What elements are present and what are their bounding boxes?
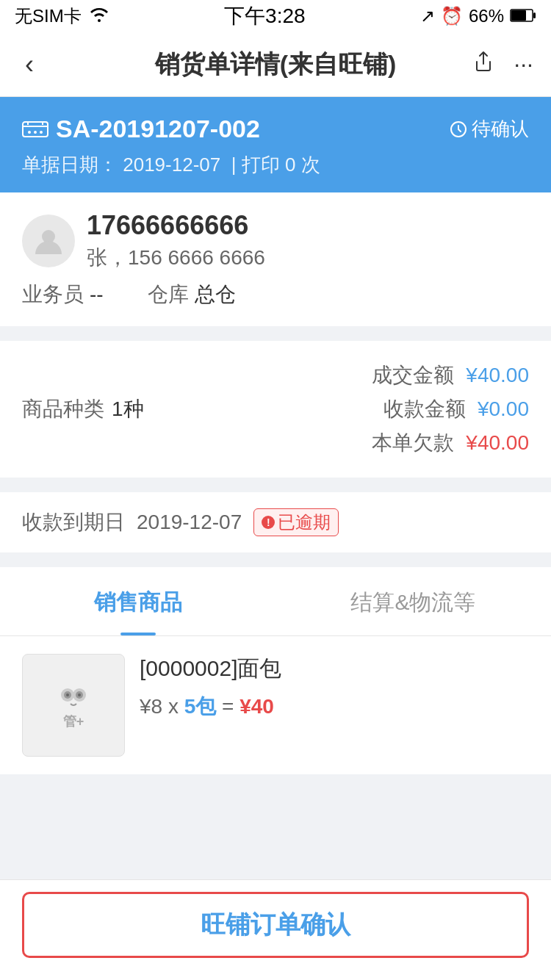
quantity: 5包 bbox=[184, 695, 217, 718]
due-date-label: 收款到期日 bbox=[22, 508, 125, 536]
tab-sales-product[interactable]: 销售商品 bbox=[0, 567, 276, 635]
customer-name: 张，156 6666 6666 bbox=[87, 244, 529, 272]
order-status-text: 待确认 bbox=[472, 116, 529, 142]
status-bar-right: ↗ ⏰ 66% bbox=[420, 6, 536, 26]
total-price: ¥40 bbox=[240, 695, 274, 718]
battery-text: 66% bbox=[469, 6, 504, 26]
order-status: 待确认 bbox=[450, 116, 529, 142]
price-unit: ¥8 x bbox=[140, 695, 184, 718]
summary-row: 商品种类 1种 成交金额 ¥40.00 收款金额 ¥0.00 本单欠款 ¥40.… bbox=[22, 361, 529, 457]
debt-label: 本单欠款 bbox=[372, 429, 454, 457]
order-number-text: SA-20191207-002 bbox=[56, 115, 260, 143]
summary-section: 商品种类 1种 成交金额 ¥40.00 收款金额 ¥0.00 本单欠款 ¥40.… bbox=[0, 341, 551, 478]
location-icon: ↗ bbox=[420, 6, 435, 26]
wifi-icon bbox=[89, 6, 109, 26]
header-card: SA-20191207-002 待确认 单据日期： 2019-12-07 | 打… bbox=[0, 97, 551, 192]
status-bar-time: 下午3:28 bbox=[224, 2, 306, 30]
collection-value: ¥0.00 bbox=[478, 397, 529, 421]
bottom-bar: 旺铺订单确认 bbox=[0, 879, 551, 980]
status-bar: 无SIM卡 下午3:28 ↗ ⏰ 66% bbox=[0, 0, 551, 32]
back-button[interactable]: ‹ bbox=[18, 42, 41, 87]
due-date-value: 2019-12-07 bbox=[137, 511, 242, 534]
page-title: 销货单详情(来自旺铺) bbox=[155, 48, 397, 82]
customer-row: 17666666666 张，156 6666 6666 bbox=[22, 210, 529, 272]
order-number: SA-20191207-002 bbox=[22, 115, 260, 143]
tabs-section: 销售商品 结算&物流等 管+ bbox=[0, 567, 551, 774]
customer-section: 17666666666 张，156 6666 6666 业务员 -- 仓库 总仓 bbox=[0, 192, 551, 326]
nav-bar: ‹ 销货单详情(来自旺铺) ··· bbox=[0, 32, 551, 97]
svg-point-13 bbox=[66, 693, 69, 696]
collection-amount: 收款金额 ¥0.00 bbox=[383, 395, 529, 423]
due-date-section: 收款到期日 2019-12-07 ! 已逾期 bbox=[0, 492, 551, 552]
svg-point-5 bbox=[34, 131, 37, 134]
tabs-row: 销售商品 结算&物流等 bbox=[0, 567, 551, 636]
collection-label: 收款金额 bbox=[383, 395, 466, 423]
no-sim-text: 无SIM卡 bbox=[15, 4, 82, 28]
svg-rect-3 bbox=[23, 122, 48, 137]
category-label: 商品种类 bbox=[22, 395, 104, 423]
more-options-icon[interactable]: ··· bbox=[514, 51, 533, 78]
header-date-info: 单据日期： 2019-12-07 | 打印 0 次 bbox=[22, 152, 529, 178]
category-info: 商品种类 1种 bbox=[22, 395, 144, 423]
overdue-text: 已逾期 bbox=[278, 511, 331, 534]
amount-label: 成交金额 bbox=[372, 361, 454, 389]
amount-value: ¥40.00 bbox=[466, 364, 529, 387]
customer-info: 17666666666 张，156 6666 6666 bbox=[87, 210, 529, 272]
product-thumbnail: 管+ bbox=[22, 654, 125, 757]
confirm-order-button[interactable]: 旺铺订单确认 bbox=[22, 892, 529, 958]
tab-underline bbox=[120, 633, 156, 635]
status-bar-left: 无SIM卡 bbox=[15, 4, 109, 28]
date-value: 2019-12-07 bbox=[123, 154, 220, 176]
svg-point-4 bbox=[28, 131, 31, 134]
battery-icon bbox=[510, 6, 536, 26]
amounts: 成交金额 ¥40.00 收款金额 ¥0.00 本单欠款 ¥40.00 bbox=[372, 361, 529, 457]
category-value: 1种 bbox=[112, 395, 144, 423]
sales-person: 业务员 -- bbox=[22, 281, 104, 309]
debt-value: ¥40.00 bbox=[466, 431, 529, 455]
warehouse-label: 仓库 bbox=[148, 281, 189, 309]
nav-actions: ··· bbox=[471, 49, 533, 80]
print-info: | 打印 0 次 bbox=[226, 154, 320, 176]
product-item: 管+ [0000002]面包 ¥8 x 5包 = ¥40 bbox=[0, 636, 551, 774]
tab-settlement[interactable]: 结算&物流等 bbox=[276, 567, 551, 635]
overdue-badge: ! 已逾期 bbox=[253, 508, 339, 536]
warehouse-value: 总仓 bbox=[195, 281, 236, 309]
svg-rect-2 bbox=[533, 12, 536, 18]
warning-icon: ! bbox=[262, 516, 275, 529]
alarm-icon: ⏰ bbox=[441, 6, 463, 26]
product-name: [0000002]面包 bbox=[140, 654, 529, 684]
warehouse: 仓库 总仓 bbox=[148, 281, 236, 309]
product-details: [0000002]面包 ¥8 x 5包 = ¥40 bbox=[140, 654, 529, 721]
svg-rect-1 bbox=[511, 10, 526, 21]
avatar bbox=[22, 215, 75, 267]
sales-value: -- bbox=[90, 283, 104, 306]
date-label: 单据日期： bbox=[22, 154, 118, 176]
transaction-amount: 成交金额 ¥40.00 bbox=[372, 361, 529, 389]
sales-label: 业务员 bbox=[22, 281, 84, 309]
product-price: ¥8 x 5包 = ¥40 bbox=[140, 693, 529, 721]
product-logo: 管+ bbox=[51, 680, 96, 730]
customer-phone: 17666666666 bbox=[87, 210, 529, 241]
share-icon[interactable] bbox=[471, 49, 496, 80]
header-card-top: SA-20191207-002 待确认 bbox=[22, 115, 529, 143]
equals-sign: = bbox=[222, 695, 240, 718]
debt-amount: 本单欠款 ¥40.00 bbox=[372, 429, 529, 457]
svg-point-14 bbox=[78, 693, 81, 696]
svg-point-6 bbox=[40, 131, 43, 134]
customer-meta: 业务员 -- 仓库 总仓 bbox=[22, 281, 529, 309]
